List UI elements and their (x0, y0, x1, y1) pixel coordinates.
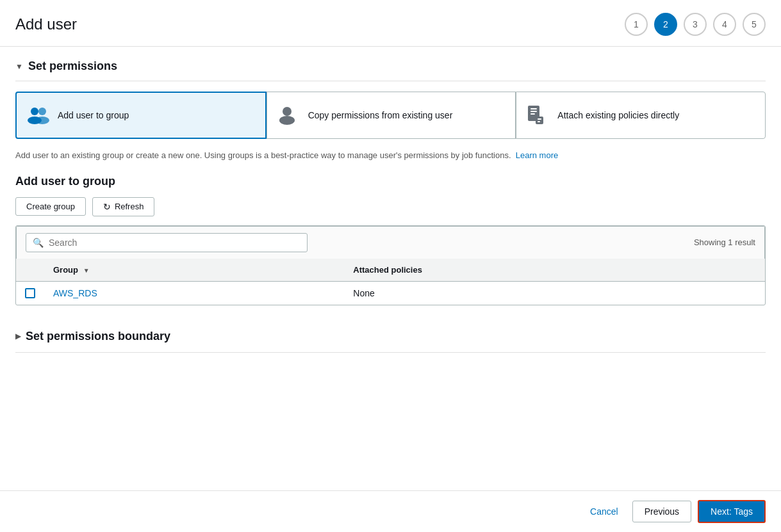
option-copy-permissions[interactable]: Copy permissions from existing user (267, 92, 516, 139)
next-button[interactable]: Next: Tags (698, 500, 766, 523)
cancel-button[interactable]: Cancel (582, 501, 626, 522)
col-attached-policies: Attached policies (344, 259, 765, 282)
step-3[interactable]: 3 (684, 13, 707, 36)
showing-results: Showing 1 result (694, 238, 755, 247)
step-5[interactable]: 5 (743, 13, 766, 36)
info-text: Add user to an existing group or create … (15, 149, 766, 162)
set-permissions-header[interactable]: ▼ Set permissions (15, 60, 766, 81)
svg-rect-9 (530, 113, 535, 115)
row-policies-cell: None (344, 281, 765, 305)
main-content: ▼ Set permissions Add user to group (0, 47, 781, 366)
svg-rect-7 (530, 108, 537, 109)
refresh-button[interactable]: ↻ Refresh (92, 197, 155, 216)
col-checkbox (16, 259, 44, 282)
search-icon: 🔍 (33, 238, 44, 248)
option-add-user-label: Add user to group (58, 110, 129, 120)
table-header-row: Group ▼ Attached policies (16, 259, 765, 282)
page-title: Add user (15, 15, 77, 33)
svg-rect-12 (538, 121, 540, 122)
step-indicators: 1 2 3 4 5 (625, 13, 766, 36)
users-icon (27, 106, 50, 124)
permissions-boundary-section: ▶ Set permissions boundary (15, 321, 766, 353)
row-checkbox[interactable] (25, 288, 35, 298)
footer: Cancel Previous Next: Tags (0, 490, 781, 532)
table-row: AWS_RDS None (16, 281, 765, 305)
previous-button[interactable]: Previous (632, 501, 691, 522)
groups-table: Group ▼ Attached policies AWS_RDS (16, 259, 765, 305)
action-bar: Create group ↻ Refresh (15, 197, 766, 216)
svg-point-1 (38, 108, 46, 115)
svg-point-5 (279, 116, 295, 125)
add-user-group-title: Add user to group (15, 175, 766, 188)
refresh-icon: ↻ (103, 202, 111, 212)
step-4[interactable]: 4 (713, 13, 736, 36)
svg-point-4 (283, 107, 292, 116)
step-2[interactable]: 2 (654, 13, 677, 36)
row-checkbox-cell[interactable] (16, 281, 44, 305)
search-input-wrap[interactable]: 🔍 (26, 233, 308, 252)
option-add-user-to-group[interactable]: Add user to group (15, 92, 267, 139)
create-group-button[interactable]: Create group (15, 197, 86, 216)
permission-options: Add user to group Copy permissions from … (15, 92, 766, 139)
search-bar-row: 🔍 Showing 1 result (16, 226, 765, 259)
person-icon (277, 106, 300, 125)
svg-point-3 (35, 117, 49, 124)
step-1[interactable]: 1 (625, 13, 648, 36)
page-header: Add user 1 2 3 4 5 (0, 0, 781, 47)
search-input[interactable] (49, 238, 300, 248)
option-copy-label: Copy permissions from existing user (308, 110, 453, 120)
col-group[interactable]: Group ▼ (44, 259, 344, 282)
option-attach-policies[interactable]: Attach existing policies directly (516, 92, 766, 139)
sort-icon: ▼ (83, 267, 90, 274)
group-table-container: 🔍 Showing 1 result Group ▼ Attached poli… (15, 225, 766, 305)
permissions-boundary-title: Set permissions boundary (26, 330, 170, 343)
document-icon (527, 105, 550, 125)
svg-rect-10 (536, 117, 543, 124)
row-group-cell: AWS_RDS (44, 281, 344, 305)
option-attach-label: Attach existing policies directly (557, 110, 679, 120)
set-permissions-boundary-header[interactable]: ▶ Set permissions boundary (15, 321, 766, 353)
learn-more-link[interactable]: Learn more (516, 150, 558, 160)
svg-point-0 (31, 108, 38, 115)
collapsed-toggle-icon: ▶ (15, 332, 21, 341)
set-permissions-title: Set permissions (28, 60, 117, 73)
group-link[interactable]: AWS_RDS (53, 288, 97, 298)
svg-rect-11 (538, 118, 541, 120)
svg-rect-8 (530, 111, 537, 112)
section-toggle-icon: ▼ (15, 62, 23, 71)
